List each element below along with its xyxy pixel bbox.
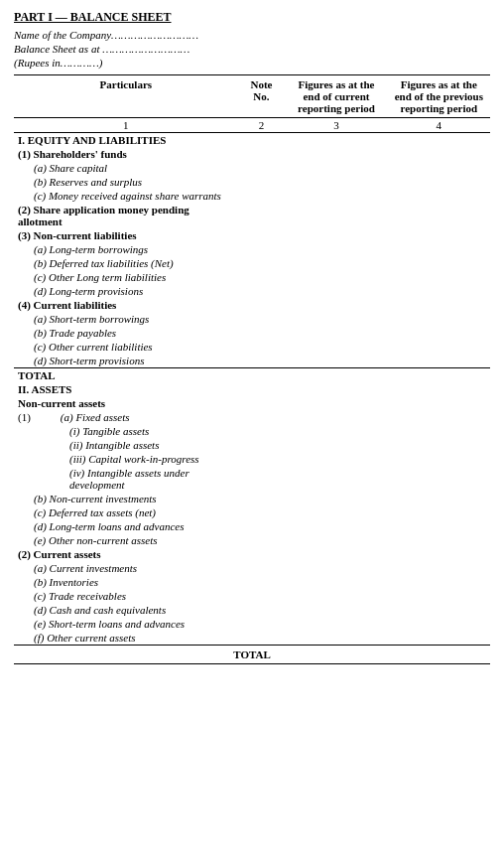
company-name: Name of the Company……………………… [14,29,490,41]
row-money-received: (c) Money received against share warrant… [14,189,490,203]
row-st-borrowings: (a) Short-term borrowings [14,312,490,326]
st-loans-advances-label: (e) Short-term loans and advances [14,617,238,631]
row-cash-equivalents: (d) Cash and cash equivalents [14,603,490,617]
rupees-label: (Rupees in…………) [14,57,490,69]
assets-section-label: II. ASSETS [14,382,238,396]
note-header: Note No. [238,75,286,118]
total-equity-label: TOTAL [14,368,238,383]
row-trade-payables: (b) Trade payables [14,326,490,340]
row-inventories: (b) Inventories [14,575,490,589]
intangible-assets-label: (ii) Intangible assets [14,438,238,452]
deferred-tax-assets-label: (c) Deferred tax assets (net) [14,505,238,519]
cash-equivalents-label: (d) Cash and cash equivalents [14,603,238,617]
row-other-current-liab: (c) Other current liabilities [14,340,490,354]
row-st-loans-advances: (e) Short-term loans and advances [14,617,490,631]
row-fixed-assets: (1)(a) Fixed assets [14,410,490,424]
other-non-current-assets-label: (e) Other non-current assets [14,533,238,547]
money-received-label: (c) Money received against share warrant… [14,189,238,203]
row-share-application: (2) Share application money pending allo… [14,203,490,228]
col-num-1: 1 [14,118,238,133]
non-current-investments-label: (b) Non-current investments [14,492,238,505]
row-current-assets: (2) Current assets [14,547,490,561]
lt-loans-advances-label: (d) Long-term loans and advances [14,519,238,533]
col-num-4: 4 [388,118,490,133]
row-deferred-tax-assets: (c) Deferred tax assets (net) [14,505,490,519]
row-st-provisions: (d) Short-term provisions [14,354,490,368]
row-capital-wip: (iii) Capital work-in-progress [14,452,490,466]
row-current-liab: (4) Current liabilities [14,298,490,312]
tangible-assets-label: (i) Tangible assets [14,424,238,438]
row-final-total: TOTAL [14,646,490,664]
row-lt-borrowings: (a) Long-term borrowings [14,242,490,256]
st-provisions-label: (d) Short-term provisions [14,354,238,368]
intangible-under-dev-label: (iv) Intangible assets under development [14,466,238,492]
particulars-header: Particulars [14,75,238,118]
row-non-current-assets: Non-current assets [14,396,490,410]
row-shareholders-funds: (1) Shareholders' funds [14,147,490,161]
row-non-current-investments: (b) Non-current investments [14,492,490,505]
section-equity: I. EQUITY AND LIABILITIES [14,133,490,148]
row-tangible-assets: (i) Tangible assets [14,424,490,438]
row-other-non-current-assets: (e) Other non-current assets [14,533,490,547]
row-share-capital: (a) Share capital [14,161,490,175]
section-assets: II. ASSETS [14,382,490,396]
shareholders-label: (1) Shareholders' funds [14,147,238,161]
col-num-2: 2 [238,118,286,133]
current-assets-label: (2) Current assets [14,547,238,561]
row-deferred-tax-liab: (b) Deferred tax liabilities (Net) [14,256,490,270]
other-lt-liab-label: (c) Other Long term liabilities [14,270,238,284]
trade-receivables-label: (c) Trade receivables [14,589,238,603]
part-title: PART I — BALANCE SHEET [14,10,490,25]
lt-provisions-label: (d) Long-term provisions [14,284,238,298]
row-intangible-under-dev: (iv) Intangible assets under development [14,466,490,492]
inventories-label: (b) Inventories [14,575,238,589]
row-reserves-surplus: (b) Reserves and surplus [14,175,490,189]
share-capital-label: (a) Share capital [14,161,238,175]
capital-wip-label: (iii) Capital work-in-progress [14,452,238,466]
row-lt-provisions: (d) Long-term provisions [14,284,490,298]
current-liab-label: (4) Current liabilities [14,298,238,312]
fixed-assets-label: (1)(a) Fixed assets [14,410,238,424]
current-period-header: Figures as at the end of current reporti… [285,75,387,118]
other-current-liab-label: (c) Other current liabilities [14,340,238,354]
trade-payables-label: (b) Trade payables [14,326,238,340]
row-trade-receivables: (c) Trade receivables [14,589,490,603]
lt-borrowings-label: (a) Long-term borrowings [14,242,238,256]
col-num-3: 3 [285,118,387,133]
row-other-current-assets: (f) Other current assets [14,631,490,646]
row-other-lt-liab: (c) Other Long term liabilities [14,270,490,284]
final-total-label: TOTAL [14,646,490,664]
non-current-liab-label: (3) Non-current liabilities [14,228,238,242]
st-borrowings-label: (a) Short-term borrowings [14,312,238,326]
row-lt-loans-advances: (d) Long-term loans and advances [14,519,490,533]
current-empty [285,133,387,148]
other-current-assets-label: (f) Other current assets [14,631,238,646]
non-current-assets-label: Non-current assets [14,396,238,410]
previous-period-header: Figures as at the end of the previous re… [388,75,490,118]
note-empty [238,133,286,148]
row-non-current-liab: (3) Non-current liabilities [14,228,490,242]
balance-date: Balance Sheet as at ……………………… [14,43,490,55]
deferred-tax-liab-label: (b) Deferred tax liabilities (Net) [14,256,238,270]
current-investments-label: (a) Current investments [14,561,238,575]
previous-empty [388,133,490,148]
row-intangible-assets: (ii) Intangible assets [14,438,490,452]
share-application-label: (2) Share application money pending allo… [14,203,238,228]
section-label: I. EQUITY AND LIABILITIES [14,133,238,148]
row-current-investments: (a) Current investments [14,561,490,575]
row-total-equity: TOTAL [14,368,490,383]
reserves-label: (b) Reserves and surplus [14,175,238,189]
